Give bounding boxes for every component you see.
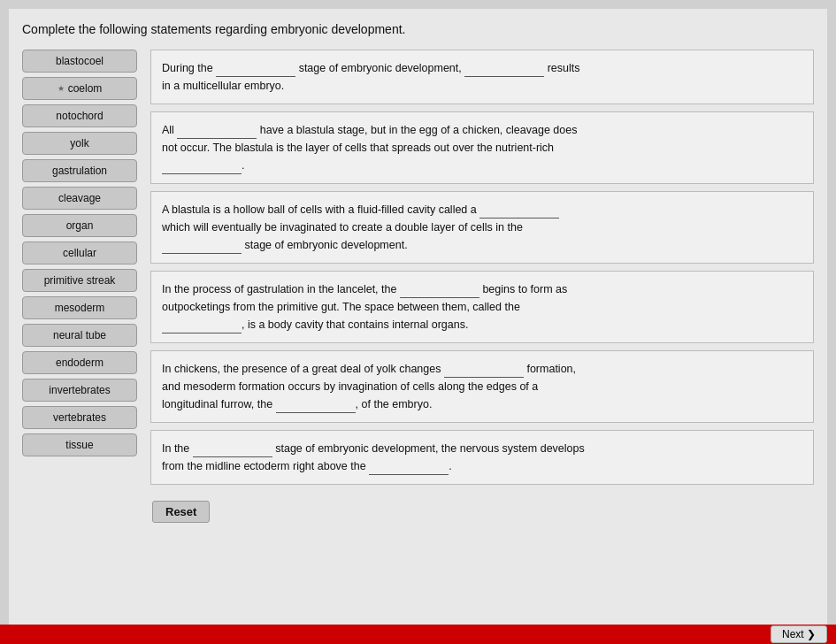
question-text: All [162,124,177,136]
answer-blank[interactable] [369,461,449,475]
question-text: formation, [524,363,576,375]
question-text: not occur. The blastula is the layer of … [162,142,554,154]
question-box-6: In the stage of embryonic development, t… [150,430,814,485]
word-item-notochord[interactable]: notochord [22,104,137,127]
word-item-tissue[interactable]: tissue [22,433,137,456]
word-bank: blastocoel★coelomnotochordyolkgastrulati… [22,50,137,523]
bottom-bar: Next ❯ [0,625,836,644]
reset-button[interactable]: Reset [152,501,210,523]
answer-blank[interactable] [479,204,559,218]
word-item-yolk[interactable]: yolk [22,132,137,155]
page-container: Complete the following statements regard… [9,9,827,628]
answer-blank[interactable] [276,399,356,413]
question-text: outpocketings from the primitive gut. Th… [162,301,520,313]
answer-blank[interactable] [193,443,272,457]
answer-blank[interactable] [162,160,242,174]
reset-area: Reset [150,501,814,523]
question-text: , of the embryo. [356,398,433,410]
question-box-3: A blastula is a hollow ball of cells wit… [150,191,814,264]
question-text: in a multicellular embryo. [162,80,284,92]
word-item-coelom[interactable]: ★coelom [22,77,137,100]
main-layout: blastocoel★coelomnotochordyolkgastrulati… [22,50,814,523]
question-text: In the [162,442,193,455]
question-text: have a blastula stage, but in the egg of… [257,124,577,136]
answer-blank[interactable] [444,364,524,378]
question-text: and mesoderm formation occurs by invagin… [162,380,538,393]
question-text: from the midline ectoderm right above th… [162,460,369,472]
question-text: longitudinal furrow, the [162,398,276,410]
question-text: which will eventually be invaginated to … [162,221,523,234]
question-text: stage of embryonic development, the nerv… [272,442,585,455]
question-text: stage of embryonic development, [295,62,464,74]
word-item-neural_tube[interactable]: neural tube [22,324,137,347]
question-box-1: During the stage of embryonic developmen… [150,50,814,104]
word-item-endoderm[interactable]: endoderm [22,351,137,374]
word-item-cellular[interactable]: cellular [22,242,137,264]
word-item-gastrulation[interactable]: gastrulation [22,159,137,182]
next-button[interactable]: Next ❯ [771,625,827,643]
answer-blank[interactable] [162,240,242,254]
question-text: results [544,62,579,74]
word-item-primitive_streak[interactable]: primitive streak [22,269,137,292]
question-text: , is a body cavity that contains interna… [242,318,468,331]
question-text: In the process of gastrulation in the la… [162,283,400,295]
question-text: . [242,159,244,172]
answer-blank[interactable] [216,63,295,77]
question-text: A blastula is a hollow ball of cells wit… [162,203,479,216]
question-box-4: In the process of gastrulation in the la… [150,271,814,343]
questions-area: During the stage of embryonic developmen… [150,50,814,523]
word-item-vertebrates[interactable]: vertebrates [22,406,137,429]
question-box-5: In chickens, the presence of a great dea… [150,350,814,423]
question-text: . [449,460,451,472]
word-item-invertebrates[interactable]: invertebrates [22,379,137,402]
word-item-mesoderm[interactable]: mesoderm [22,296,137,319]
answer-blank[interactable] [464,63,544,77]
question-text: stage of embryonic development. [242,239,408,251]
word-item-cleavage[interactable]: cleavage [22,187,137,210]
question-box-2: All have a blastula stage, but in the eg… [150,111,814,184]
answer-blank[interactable] [162,319,242,334]
word-item-blastocoel[interactable]: blastocoel [22,50,137,73]
answer-blank[interactable] [177,125,257,139]
page-title: Complete the following statements regard… [22,22,814,36]
answer-blank[interactable] [400,284,479,298]
question-text: begins to form as [479,283,567,295]
question-text: In chickens, the presence of a great dea… [162,363,444,375]
word-item-organ[interactable]: organ [22,214,137,237]
question-text: During the [162,62,216,74]
